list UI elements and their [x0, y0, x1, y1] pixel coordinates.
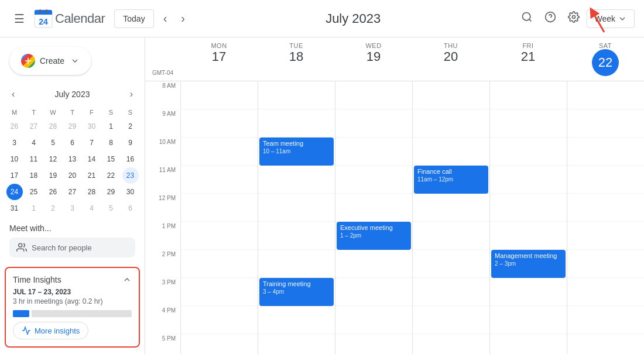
- mini-day[interactable]: 17: [6, 167, 23, 184]
- mini-day[interactable]: 4: [84, 200, 100, 216]
- hour-cell[interactable]: [258, 306, 335, 334]
- today-button[interactable]: Today: [114, 9, 153, 28]
- hour-cell[interactable]: [335, 334, 412, 354]
- create-button[interactable]: Create: [9, 47, 91, 75]
- mini-day[interactable]: 10: [6, 151, 23, 167]
- mini-day[interactable]: 12: [45, 151, 61, 167]
- hour-cell[interactable]: [490, 278, 567, 306]
- hour-cell[interactable]: [413, 81, 489, 109]
- mini-day[interactable]: 25: [26, 184, 42, 200]
- day-col-wed[interactable]: Executive meeting1 – 2pm: [335, 81, 412, 354]
- hour-cell[interactable]: [335, 306, 412, 334]
- mini-day[interactable]: 28: [84, 184, 100, 200]
- hour-cell[interactable]: [181, 194, 258, 222]
- day-col-fri[interactable]: Management meeting2 – 3pm: [489, 81, 567, 354]
- hour-cell[interactable]: [181, 81, 258, 109]
- mini-day[interactable]: 2: [45, 200, 61, 216]
- hour-cell[interactable]: [335, 109, 412, 138]
- mini-next-button[interactable]: ›: [128, 87, 135, 102]
- hour-cell[interactable]: [335, 138, 412, 166]
- event-management-meeting[interactable]: Management meeting2 – 3pm: [491, 250, 566, 278]
- help-icon[interactable]: [540, 6, 561, 30]
- hour-cell[interactable]: [490, 109, 567, 138]
- mini-day[interactable]: 3: [64, 200, 81, 216]
- hour-cell[interactable]: [181, 222, 258, 250]
- prev-arrow[interactable]: ‹: [159, 7, 172, 30]
- mini-day[interactable]: 8: [103, 135, 119, 151]
- mini-day[interactable]: 27: [26, 118, 42, 135]
- hour-cell[interactable]: [567, 306, 644, 334]
- next-arrow[interactable]: ›: [176, 7, 190, 30]
- mini-day[interactable]: 24: [6, 184, 23, 200]
- mini-day[interactable]: 9: [122, 135, 139, 151]
- hour-cell[interactable]: [490, 306, 567, 334]
- mini-day[interactable]: 7: [84, 135, 100, 151]
- hour-cell[interactable]: [258, 334, 335, 354]
- mini-day[interactable]: 19: [45, 167, 61, 184]
- search-people-button[interactable]: Search for people: [9, 238, 135, 257]
- mini-day[interactable]: 1: [26, 200, 42, 216]
- mini-day[interactable]: 6: [122, 200, 139, 216]
- mini-day[interactable]: 26: [45, 184, 61, 200]
- event-finance-call[interactable]: Finance call11am – 12pm: [414, 166, 488, 194]
- mini-day[interactable]: 2: [122, 118, 139, 135]
- mini-day[interactable]: 31: [6, 200, 23, 216]
- mini-prev-button[interactable]: ‹: [9, 87, 17, 102]
- hour-cell[interactable]: [567, 166, 644, 194]
- hour-cell[interactable]: [181, 306, 258, 334]
- event-executive-meeting[interactable]: Executive meeting1 – 2pm: [337, 222, 411, 250]
- hour-cell[interactable]: [567, 194, 644, 222]
- hour-cell[interactable]: [335, 250, 412, 278]
- hour-cell[interactable]: [258, 166, 335, 194]
- mini-day[interactable]: 29: [103, 184, 119, 200]
- hour-cell[interactable]: [490, 334, 567, 354]
- event-training-meeting[interactable]: Training meeting3 – 4pm: [259, 278, 334, 306]
- hour-cell[interactable]: [181, 278, 258, 306]
- hour-cell[interactable]: [258, 81, 335, 109]
- menu-icon[interactable]: ☰: [9, 7, 29, 30]
- mini-day[interactable]: 29: [64, 118, 81, 135]
- mini-day[interactable]: 11: [26, 151, 42, 167]
- hour-cell[interactable]: [335, 194, 412, 222]
- hour-cell[interactable]: [567, 81, 644, 109]
- hour-cell[interactable]: [490, 194, 567, 222]
- hour-cell[interactable]: [413, 194, 489, 222]
- hour-cell[interactable]: [490, 222, 567, 250]
- hour-cell[interactable]: [567, 222, 644, 250]
- mini-day[interactable]: 23: [122, 167, 139, 184]
- mini-day[interactable]: 22: [103, 167, 119, 184]
- hour-cell[interactable]: [258, 250, 335, 278]
- hour-cell[interactable]: [181, 166, 258, 194]
- hour-cell[interactable]: [413, 222, 489, 250]
- mini-day[interactable]: 30: [122, 184, 139, 200]
- hour-cell[interactable]: [413, 250, 489, 278]
- mini-day[interactable]: 5: [45, 135, 61, 151]
- mini-day[interactable]: 1: [103, 118, 119, 135]
- day-col-sat[interactable]: [567, 81, 644, 354]
- hour-cell[interactable]: [413, 334, 489, 354]
- mini-day[interactable]: 6: [64, 135, 81, 151]
- day-col-tue[interactable]: Team meeting10 – 11amTraining meeting3 –…: [258, 81, 335, 354]
- hour-cell[interactable]: [335, 278, 412, 306]
- hour-cell[interactable]: [258, 194, 335, 222]
- hour-cell[interactable]: [490, 138, 567, 166]
- hour-cell[interactable]: [258, 109, 335, 138]
- view-dropdown[interactable]: Week: [587, 9, 635, 28]
- hour-cell[interactable]: [413, 138, 489, 166]
- mini-day[interactable]: 13: [64, 151, 81, 167]
- hour-cell[interactable]: [258, 222, 335, 250]
- mini-day[interactable]: 26: [6, 118, 23, 135]
- mini-day[interactable]: 18: [26, 167, 42, 184]
- hour-cell[interactable]: [567, 109, 644, 138]
- mini-day[interactable]: 3: [6, 135, 23, 151]
- hour-cell[interactable]: [567, 250, 644, 278]
- hour-cell[interactable]: [490, 166, 567, 194]
- more-insights-button[interactable]: More insights: [13, 322, 88, 339]
- hour-cell[interactable]: [567, 138, 644, 166]
- mini-day[interactable]: 30: [84, 118, 100, 135]
- hour-cell[interactable]: [181, 334, 258, 354]
- hour-cell[interactable]: [413, 278, 489, 306]
- hour-cell[interactable]: [181, 109, 258, 138]
- hour-cell[interactable]: [567, 278, 644, 306]
- day-col-thu[interactable]: Finance call11am – 12pm: [412, 81, 489, 354]
